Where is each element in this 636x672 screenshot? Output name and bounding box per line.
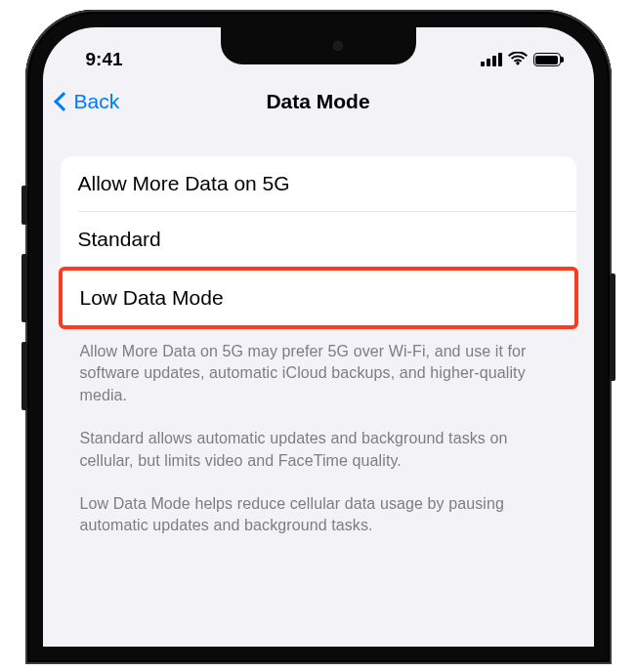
status-time: 9:41: [86, 49, 123, 70]
back-label: Back: [74, 90, 120, 113]
content-area: Allow More Data on 5G Standard Low Data …: [43, 127, 594, 537]
battery-icon: [533, 53, 561, 66]
camera-icon: [333, 41, 343, 51]
notch: [221, 27, 416, 64]
phone-frame: 9:41 Back Data Mode Allow More Data on 5…: [25, 10, 612, 664]
side-button: [21, 186, 27, 225]
side-button: [21, 254, 27, 322]
navigation-bar: Back Data Mode: [43, 76, 594, 127]
side-button: [21, 342, 27, 410]
footer-paragraph: Low Data Mode helps reduce cellular data…: [80, 493, 557, 537]
screen: 9:41 Back Data Mode Allow More Data on 5…: [43, 27, 594, 647]
chevron-left-icon: [54, 92, 73, 111]
option-low-data-mode[interactable]: Low Data Mode: [59, 267, 578, 329]
data-mode-group: Allow More Data on 5G Standard Low Data …: [61, 156, 576, 329]
footer-paragraph: Standard allows automatic updates and ba…: [80, 428, 557, 472]
page-title: Data Mode: [266, 90, 369, 113]
cellular-icon: [481, 53, 502, 66]
option-allow-more-5g[interactable]: Allow More Data on 5G: [61, 156, 576, 211]
wifi-icon: [508, 51, 528, 68]
option-standard[interactable]: Standard: [61, 212, 576, 267]
back-button[interactable]: Back: [57, 90, 120, 113]
footer-text: Allow More Data on 5G may prefer 5G over…: [61, 327, 576, 537]
side-button: [610, 273, 615, 381]
footer-paragraph: Allow More Data on 5G may prefer 5G over…: [80, 341, 557, 406]
